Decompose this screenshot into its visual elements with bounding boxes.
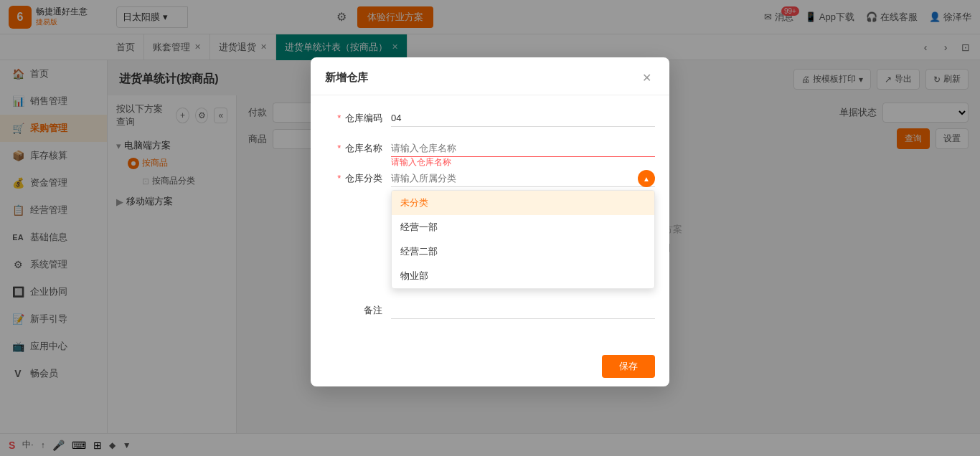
dropdown-item-ops1[interactable]: 经营一部 (392, 215, 654, 239)
category-dropdown-list: 未分类 经营一部 经营二部 物业部 (391, 190, 655, 289)
dropdown-item-ops2[interactable]: 经营二部 (392, 239, 654, 264)
notes-input[interactable] (391, 302, 655, 319)
dropdown-item-property[interactable]: 物业部 (392, 264, 654, 288)
category-field-row: * 仓库分类 ▲ 未分类 经营一部 经营二部 (325, 170, 655, 187)
name-field-row: * 仓库名称 请输入仓库名称 (325, 140, 655, 157)
dialog-footer: 保存 (311, 346, 669, 386)
notes-field-row: 备注 (325, 302, 655, 319)
new-warehouse-dialog: 新增仓库 ✕ * 仓库编码 * 仓库名称 (311, 57, 669, 386)
category-label: * 仓库分类 (325, 172, 382, 185)
name-error-msg: 请输入仓库名称 (391, 156, 451, 168)
save-button[interactable]: 保存 (602, 355, 655, 378)
name-label: * 仓库名称 (325, 142, 382, 155)
code-label: * 仓库编码 (325, 112, 382, 125)
dialog-title: 新增仓库 (325, 71, 368, 85)
name-input[interactable] (391, 140, 655, 157)
dialog-header: 新增仓库 ✕ (311, 57, 669, 95)
dropdown-item-uncategorized[interactable]: 未分类 (392, 191, 654, 215)
modal-overlay[interactable]: 新增仓库 ✕ * 仓库编码 * 仓库名称 (0, 0, 980, 456)
dialog-body: * 仓库编码 * 仓库名称 请输入仓库名称 * (311, 95, 669, 346)
dialog-close-btn[interactable]: ✕ (638, 69, 655, 86)
notes-label: 备注 (325, 304, 382, 317)
category-input[interactable] (391, 170, 655, 187)
code-input[interactable] (391, 110, 655, 127)
category-dropdown-toggle[interactable]: ▲ (638, 170, 655, 187)
category-select-area: ▲ (391, 170, 655, 187)
code-field-row: * 仓库编码 (325, 110, 655, 127)
